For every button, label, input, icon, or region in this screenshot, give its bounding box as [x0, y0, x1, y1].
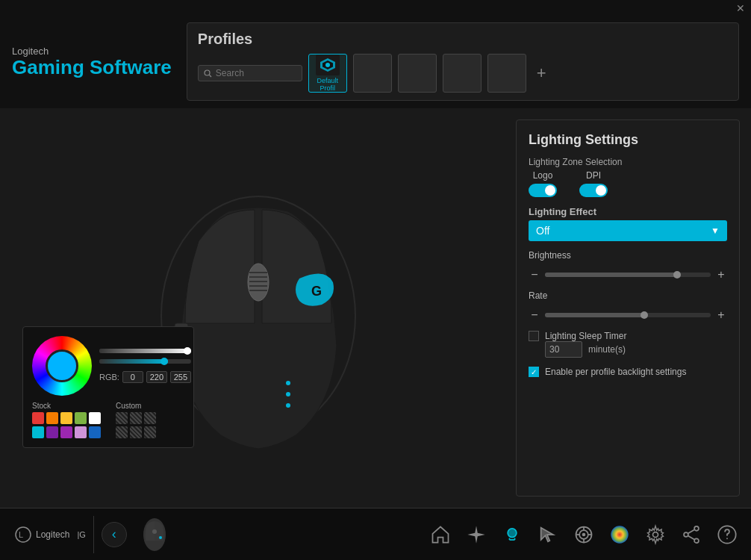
- swatch-cyan[interactable]: [32, 426, 44, 438]
- zone-dpi-toggle[interactable]: [579, 184, 608, 197]
- nav-lighting-button[interactable]: [496, 518, 529, 551]
- backlight-checkbox[interactable]: ✓: [529, 367, 539, 377]
- zone-logo: Logo: [529, 170, 557, 197]
- custom-swatch-4[interactable]: [116, 426, 128, 438]
- svg-point-35: [653, 532, 658, 537]
- nav-mouse-thumbnail[interactable]: [134, 514, 175, 555]
- mouse-section: G: [0, 108, 516, 508]
- rgb-g-input[interactable]: [146, 371, 167, 383]
- search-input[interactable]: [216, 68, 296, 78]
- nav-settings-button[interactable]: [639, 518, 672, 551]
- nav-heatmap-button[interactable]: [603, 518, 636, 551]
- backlight-row: ✓ Enable per profile backlight settings: [529, 367, 727, 377]
- custom-swatch-5[interactable]: [130, 426, 142, 438]
- search-box[interactable]: [198, 65, 302, 81]
- color-wheel[interactable]: [32, 336, 92, 396]
- svg-point-4: [325, 63, 330, 67]
- white-slider[interactable]: [99, 349, 191, 353]
- nav-effects-button[interactable]: [460, 518, 493, 551]
- brightness-label: Brightness: [529, 250, 727, 261]
- custom-swatch-3[interactable]: [144, 412, 156, 424]
- profile-slot-4[interactable]: [443, 54, 482, 93]
- profiles-row: Default Profil +: [198, 54, 728, 93]
- swatch-blue[interactable]: [89, 426, 101, 438]
- rate-plus[interactable]: +: [715, 308, 727, 322]
- profile-slot-5[interactable]: [487, 54, 526, 93]
- svg-point-14: [286, 381, 290, 385]
- effect-label: Lighting Effect: [529, 206, 727, 217]
- nav-home-button[interactable]: [424, 518, 457, 551]
- white-slider-row: [99, 349, 191, 353]
- toggle-knob-logo: [545, 185, 555, 196]
- nav-target-button[interactable]: [567, 518, 600, 551]
- swatch-row-1: [32, 412, 101, 424]
- sleep-value-input[interactable]: [545, 341, 582, 358]
- cyan-slider-fill: [99, 359, 168, 364]
- color-wheel-ring: [32, 336, 92, 396]
- cyan-slider[interactable]: [99, 359, 191, 364]
- effect-value: Off: [536, 225, 549, 237]
- brightness-slider[interactable]: [545, 273, 711, 277]
- color-picker: RGB: Stock: [22, 326, 194, 448]
- sparkle-icon: [466, 524, 487, 545]
- brightness-row: − +: [529, 268, 727, 281]
- target-icon: [573, 524, 594, 545]
- rate-minus[interactable]: −: [529, 308, 540, 322]
- back-arrow-button[interactable]: ‹: [102, 522, 127, 547]
- custom-swatch-1[interactable]: [116, 412, 128, 424]
- effect-section: Lighting Effect Off ▼: [529, 206, 727, 241]
- brightness-plus[interactable]: +: [715, 268, 727, 281]
- gear-icon: [645, 524, 666, 545]
- cursor-icon: [537, 524, 558, 545]
- sleep-row: Lighting Sleep Timer: [529, 331, 727, 341]
- swatch-orange[interactable]: [46, 412, 58, 424]
- nav-help-button[interactable]: [711, 518, 744, 551]
- zone-logo-toggle[interactable]: [529, 184, 557, 197]
- sleep-checkbox[interactable]: [529, 331, 539, 341]
- svg-line-40: [688, 535, 694, 539]
- swatch-white[interactable]: [89, 412, 101, 424]
- white-slider-thumb: [184, 347, 191, 355]
- color-sliders: RGB:: [99, 349, 191, 383]
- rgb-b-input[interactable]: [170, 371, 191, 383]
- close-button[interactable]: ✕: [736, 2, 745, 14]
- chevron-down-icon: ▼: [711, 225, 720, 236]
- search-icon: [204, 69, 212, 78]
- swatch-lavender[interactable]: [75, 426, 87, 438]
- profile-icon: [316, 55, 340, 75]
- swatch-violet[interactable]: [60, 426, 72, 438]
- rate-label: Rate: [529, 290, 727, 301]
- white-slider-fill: [99, 349, 191, 353]
- home-icon: [430, 524, 451, 545]
- title-bar: ✕: [0, 0, 751, 16]
- brand-text: Logitech: [36, 529, 69, 540]
- nav-share-button[interactable]: [675, 518, 708, 551]
- logo-top: Logitech: [12, 46, 172, 57]
- rgb-r-input[interactable]: [122, 371, 143, 383]
- profile-slot-3[interactable]: [398, 54, 437, 93]
- swatch-purple[interactable]: [46, 426, 58, 438]
- profiles-title: Profiles: [198, 31, 728, 48]
- profile-slot-2[interactable]: [353, 54, 392, 93]
- profile-slot-active[interactable]: Default Profil: [308, 54, 347, 93]
- effect-dropdown[interactable]: Off ▼: [529, 220, 727, 241]
- svg-point-16: [286, 403, 290, 408]
- svg-line-1: [209, 75, 211, 77]
- svg-point-21: [152, 529, 157, 534]
- sleep-input-row: minute(s): [545, 341, 727, 358]
- swatch-red[interactable]: [32, 412, 44, 424]
- rate-slider[interactable]: [545, 313, 711, 317]
- swatch-yellow[interactable]: [60, 412, 72, 424]
- custom-swatch-2[interactable]: [130, 412, 142, 424]
- custom-swatch-6[interactable]: [144, 426, 156, 438]
- swatch-row-2: [32, 426, 101, 438]
- custom-row-2: [116, 426, 156, 438]
- swatch-green[interactable]: [75, 412, 87, 424]
- heatmap-icon: [609, 524, 630, 545]
- chevron-left-icon: ‹: [112, 526, 116, 542]
- add-profile-button[interactable]: +: [532, 63, 551, 83]
- backlight-label: Enable per profile backlight settings: [545, 367, 686, 377]
- nav-dpi-button[interactable]: [532, 518, 564, 551]
- brightness-minus[interactable]: −: [529, 268, 540, 281]
- svg-point-34: [611, 526, 628, 543]
